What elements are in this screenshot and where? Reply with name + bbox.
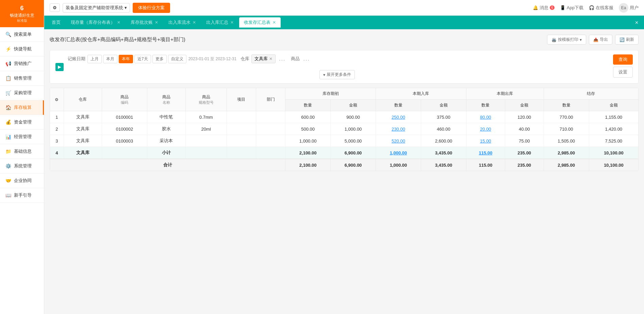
notification-item[interactable]: 🔔 消息 6 bbox=[533, 5, 555, 11]
logo-sub: 标准版 bbox=[3, 18, 41, 23]
cell-out-qty[interactable]: 80.00 bbox=[466, 111, 505, 123]
app-download-item[interactable]: 📱 App下载 bbox=[560, 5, 583, 11]
cell-out-qty[interactable]: 115.00 bbox=[466, 147, 505, 159]
tab-close-batch[interactable]: ✕ bbox=[155, 20, 158, 25]
sidebar-item-guide[interactable]: 📖新手引导 bbox=[0, 188, 44, 203]
cell-goods-spec bbox=[185, 135, 227, 147]
cell-in-qty[interactable]: 250.00 bbox=[376, 111, 421, 123]
cell-opening-qty: 2,100.00 bbox=[285, 147, 331, 159]
warehouse-tag-close-icon[interactable]: ✕ bbox=[269, 56, 273, 61]
tab-close-flow[interactable]: ✕ bbox=[193, 20, 196, 25]
filter-expand-arrow[interactable]: ▶ bbox=[55, 63, 64, 71]
page-title-bar: 收发存汇总表(按仓库+商品编码+商品+规格型号+项目+部门) 🖨️ 按模板打印 … bbox=[50, 35, 639, 45]
col-header-project: 项目 bbox=[227, 88, 256, 111]
trial-button[interactable]: 体验行业方案 bbox=[133, 3, 170, 13]
col-header-dept: 部门 bbox=[256, 88, 285, 111]
refresh-button[interactable]: 🔄 刷新 bbox=[615, 35, 639, 45]
print-button[interactable]: 🖨️ 按模板打印 ▾ bbox=[547, 35, 586, 45]
online-service-item[interactable]: 🎧 在线客服 bbox=[589, 5, 613, 11]
cell-closing-amt: 1,155.00 bbox=[589, 111, 638, 123]
date-7days-btn[interactable]: 近7天 bbox=[134, 55, 151, 63]
tab-main-close[interactable]: ✕ bbox=[632, 19, 641, 27]
date-prev-month-btn[interactable]: 上月 bbox=[87, 55, 102, 63]
sidebar-item-inventory[interactable]: 🏠库存核算 bbox=[0, 100, 44, 115]
cell-goods-name: 小计 bbox=[147, 147, 186, 159]
date-curr-year-btn[interactable]: 本年 bbox=[119, 55, 133, 63]
col-settings-icon[interactable]: ⚙ bbox=[50, 88, 64, 111]
cell-in-qty[interactable]: 1,000.00 bbox=[376, 147, 421, 159]
cell-goods-name: 胶水 bbox=[147, 123, 186, 135]
sidebar-item-label: 采购管理 bbox=[14, 90, 32, 96]
sidebar-logo[interactable]: 6 畅捷通好生意 标准版 bbox=[0, 0, 44, 27]
tab-summary[interactable]: 出入库汇总✕ bbox=[201, 17, 238, 28]
bell-icon: 🔔 bbox=[533, 5, 538, 10]
sidebar-item-sales[interactable]: 📋销售管理 bbox=[0, 71, 44, 86]
col-closing-qty: 数量 bbox=[544, 100, 589, 111]
gear-button[interactable]: ⚙ bbox=[50, 3, 60, 12]
cell-goods-code: 0100001 bbox=[102, 111, 147, 123]
sidebar-item-system[interactable]: ⚙️系统管理 bbox=[0, 159, 44, 173]
expand-more-btn[interactable]: ▾ 展开更多条件 bbox=[319, 70, 355, 79]
sidebar-item-quicknav[interactable]: ⚡快捷导航 bbox=[0, 42, 44, 56]
tab-close-summary[interactable]: ✕ bbox=[230, 20, 234, 25]
sidebar-item-operations[interactable]: 📊经营管理 bbox=[0, 130, 44, 144]
goods-filter-dots[interactable]: ... bbox=[302, 56, 311, 62]
tab-inventory_dist[interactable]: 现存量（库存分布表）✕ bbox=[66, 17, 125, 28]
filter-section-inner: 记账日期 上月 本月 本年 近7天 更多 自定义 2023-01-01 至 20… bbox=[68, 54, 606, 79]
cell-in-qty[interactable]: 230.00 bbox=[376, 123, 421, 135]
system-name-dropdown[interactable]: 装备及固定资产辅助管理系统 ▾ bbox=[63, 3, 130, 13]
cell-goods-spec: 20ml bbox=[185, 123, 227, 135]
cell-closing-qty: 710.00 bbox=[544, 123, 589, 135]
cell-project bbox=[227, 111, 256, 123]
footer-out-qty: 115.00 bbox=[466, 159, 505, 171]
tab-close-inventory_dist[interactable]: ✕ bbox=[117, 20, 120, 25]
tab-label-flow: 出入库流水 bbox=[168, 19, 191, 26]
cell-seq: 2 bbox=[50, 123, 64, 135]
tab-batch[interactable]: 库存批次账✕ bbox=[126, 17, 163, 28]
tab-home[interactable]: 首页 bbox=[47, 17, 65, 28]
sidebar-item-finance[interactable]: 💰资金管理 bbox=[0, 115, 44, 130]
goods-filter-label: 商品 bbox=[291, 56, 300, 62]
dropdown-arrow-icon: ▾ bbox=[125, 5, 127, 10]
sidebar-item-search[interactable]: 🔍搜索菜单 bbox=[0, 27, 44, 42]
export-button[interactable]: 📤 导出 bbox=[589, 35, 612, 45]
tab-recv_send[interactable]: 收发存汇总表✕ bbox=[239, 17, 281, 28]
data-table-wrap: ⚙ 仓库 商品编码 商品名称 商品规格型号 项目 部门 库存期初 本期入库 本期… bbox=[50, 88, 639, 171]
topbar: ⚙ 装备及固定资产辅助管理系统 ▾ 体验行业方案 🔔 消息 6 📱 App下载 … bbox=[44, 0, 644, 16]
sidebar-item-marketing[interactable]: 📢营销推广 bbox=[0, 56, 44, 71]
footer-in-qty: 1,000.00 bbox=[376, 159, 421, 171]
sidebar-item-basic[interactable]: 📁基础信息 bbox=[0, 144, 44, 159]
cell-out-qty[interactable]: 15.00 bbox=[466, 135, 505, 147]
tab-flow[interactable]: 出入库流水✕ bbox=[164, 17, 201, 28]
cell-opening-amt: 5,000.00 bbox=[331, 135, 376, 147]
cell-goods-code: 0100002 bbox=[102, 123, 147, 135]
cell-out-qty[interactable]: 20.00 bbox=[466, 123, 505, 135]
sidebar-item-collab[interactable]: 🤝企业协同 bbox=[0, 173, 44, 188]
table-footer-row: 合计 2,100.00 6,900.00 1,000.00 3,435.00 1… bbox=[50, 159, 638, 171]
search-button[interactable]: 查询 bbox=[613, 54, 633, 65]
settings-button[interactable]: 设置 bbox=[613, 67, 633, 78]
date-more-btn[interactable]: 更多 bbox=[152, 55, 167, 63]
sidebar-item-purchase[interactable]: 🛒采购管理 bbox=[0, 86, 44, 100]
col-opening-amt: 金额 bbox=[331, 100, 376, 111]
table-row: 3文具库0100003采访本1,000.005,000.00520.002,60… bbox=[50, 135, 638, 147]
warehouse-filter-tag[interactable]: 文具库 ✕ bbox=[251, 54, 276, 63]
cell-opening-qty: 500.00 bbox=[285, 123, 331, 135]
warehouse-filter-label: 仓库 bbox=[241, 56, 249, 62]
date-custom-btn[interactable]: 自定义 bbox=[168, 55, 186, 63]
cell-closing-amt: 10,100.00 bbox=[589, 147, 638, 159]
date-curr-month-btn[interactable]: 本月 bbox=[103, 55, 117, 63]
tab-close-recv_send[interactable]: ✕ bbox=[273, 20, 276, 25]
cell-in-qty[interactable]: 520.00 bbox=[376, 135, 421, 147]
tab-label-summary: 出入库汇总 bbox=[206, 19, 228, 26]
cell-in-amt: 375.00 bbox=[421, 111, 466, 123]
tab-label-home: 首页 bbox=[52, 19, 61, 26]
online-service-label: 在线客服 bbox=[596, 5, 613, 11]
expand-down-icon: ▾ bbox=[323, 72, 325, 77]
cell-in-amt: 3,435.00 bbox=[421, 147, 466, 159]
cell-opening-amt: 6,900.00 bbox=[331, 147, 376, 159]
user-item[interactable]: Ea 用户 bbox=[619, 3, 639, 13]
filter-bar: ▶ 记账日期 上月 本月 本年 近7天 更多 自定义 bbox=[50, 50, 639, 84]
goods-filter-group: 商品 ... bbox=[291, 56, 311, 62]
warehouse-filter-dots[interactable]: ... bbox=[278, 56, 287, 62]
